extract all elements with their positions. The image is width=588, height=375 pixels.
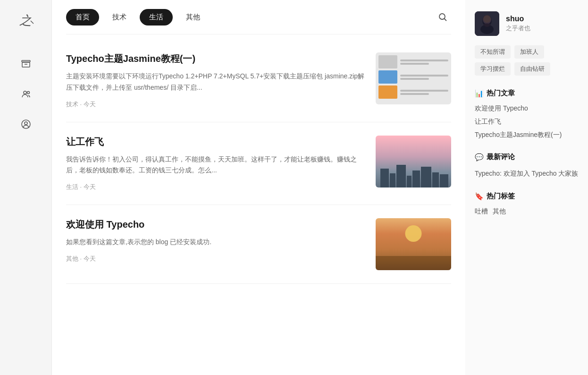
svg-text:之: 之 bbox=[19, 14, 32, 27]
main-content: 首页 技术 生活 其他 Typecho主题Jasmine教程(一) 主题安装环境… bbox=[52, 0, 465, 375]
post-item: Typecho主题Jasmine教程(一) 主题安装环境需要以下环境运行Type… bbox=[66, 39, 451, 122]
left-sidebar: 之 bbox=[0, 0, 52, 375]
hot-tags-section: 🔖 热门标签 吐槽 其他 bbox=[475, 192, 579, 216]
avatar bbox=[475, 11, 499, 36]
post-excerpt: 如果您看到这篇文章,表示您的 blog 已经安装成功. bbox=[66, 237, 366, 248]
nav-item-tech[interactable]: 技术 bbox=[103, 9, 136, 26]
svg-line-10 bbox=[445, 19, 447, 21]
top-nav: 首页 技术 生活 其他 bbox=[66, 0, 451, 34]
archive-icon[interactable] bbox=[17, 55, 34, 72]
hot-tag-list: 吐槽 其他 bbox=[475, 207, 579, 216]
post-content: Typecho主题Jasmine教程(一) 主题安装环境需要以下环境运行Type… bbox=[66, 52, 366, 109]
svg-point-5 bbox=[24, 91, 26, 94]
post-content: 让工作飞 我告诉告诉你！初入公司，得认真工作，不能摸鱼，天天加班。这样干了，才能… bbox=[66, 136, 366, 192]
post-item: 让工作飞 我告诉告诉你！初入公司，得认真工作，不能摸鱼，天天加班。这样干了，才能… bbox=[66, 122, 451, 205]
nav-item-life[interactable]: 生活 bbox=[140, 9, 173, 26]
post-excerpt: 主题安装环境需要以下环境运行Typecho 1.2+PHP 7.2+MySQL … bbox=[66, 71, 366, 94]
tag-item[interactable]: 学习摆烂 bbox=[475, 62, 511, 76]
search-button[interactable] bbox=[434, 9, 451, 26]
profile-section: shuo 之乎者也 bbox=[475, 11, 579, 36]
nav-item-other[interactable]: 其他 bbox=[176, 9, 210, 26]
site-logo[interactable]: 之 bbox=[17, 11, 34, 32]
latest-comments-section: 💬 最新评论 Typecho: 欢迎加入 Typecho 大家族 bbox=[475, 153, 579, 179]
post-item: 欢迎使用 Typecho 如果您看到这篇文章,表示您的 blog 已经安装成功.… bbox=[66, 205, 451, 284]
svg-point-8 bbox=[25, 122, 27, 125]
tag-item[interactable]: 自由钻研 bbox=[514, 62, 550, 76]
latest-comments-icon: 💬 bbox=[475, 153, 484, 162]
sidebar-icon-list bbox=[17, 55, 34, 133]
post-content: 欢迎使用 Typecho 如果您看到这篇文章,表示您的 blog 已经安装成功.… bbox=[66, 218, 366, 263]
latest-comments-title: 💬 最新评论 bbox=[475, 153, 579, 162]
right-sidebar: shuo 之乎者也 不知所谓 加班人 学习摆烂 自由钻研 📊 热门文章 欢迎使用… bbox=[465, 0, 588, 375]
profile-info: shuo 之乎者也 bbox=[506, 15, 530, 33]
tag-item[interactable]: 加班人 bbox=[514, 45, 544, 59]
user-tags-section: 不知所谓 加班人 学习摆烂 自由钻研 bbox=[475, 45, 579, 76]
post-title[interactable]: 欢迎使用 Typecho bbox=[66, 218, 366, 231]
post-meta: 其他 · 今天 bbox=[66, 255, 366, 263]
hot-articles-section: 📊 热门文章 欢迎使用 Typecho 让工作飞 Typecho主题Jasmin… bbox=[475, 89, 579, 139]
profile-name: shuo bbox=[506, 15, 530, 23]
post-meta: 生活 · 今天 bbox=[66, 183, 366, 191]
post-meta: 技术 · 今天 bbox=[66, 100, 366, 109]
comment-text: Typecho: 欢迎加入 Typecho 大家族 bbox=[475, 168, 579, 179]
profile-subtitle: 之乎者也 bbox=[506, 24, 530, 33]
hot-article-link[interactable]: 欢迎使用 Typecho bbox=[475, 104, 579, 113]
hot-article-link[interactable]: 让工作飞 bbox=[475, 118, 579, 126]
hot-articles-icon: 📊 bbox=[475, 89, 484, 98]
hot-tag-item[interactable]: 吐槽 bbox=[475, 207, 488, 216]
svg-rect-3 bbox=[22, 62, 30, 67]
post-thumbnail[interactable] bbox=[376, 52, 451, 104]
hot-tags-title: 🔖 热门标签 bbox=[475, 192, 579, 201]
hot-articles-title: 📊 热门文章 bbox=[475, 89, 579, 98]
svg-point-6 bbox=[27, 92, 29, 94]
svg-rect-2 bbox=[22, 60, 30, 62]
tag-item[interactable]: 不知所谓 bbox=[475, 45, 511, 59]
account-icon[interactable] bbox=[17, 116, 34, 133]
post-thumbnail[interactable] bbox=[376, 218, 451, 270]
hot-tag-item[interactable]: 其他 bbox=[493, 207, 506, 216]
nav-item-home[interactable]: 首页 bbox=[66, 9, 99, 26]
post-title[interactable]: Typecho主题Jasmine教程(一) bbox=[66, 52, 366, 65]
svg-point-15 bbox=[483, 15, 491, 23]
hot-tags-icon: 🔖 bbox=[475, 192, 484, 201]
svg-point-9 bbox=[439, 14, 445, 19]
posts-list: Typecho主题Jasmine教程(一) 主题安装环境需要以下环境运行Type… bbox=[66, 34, 451, 284]
post-excerpt: 我告诉告诉你！初入公司，得认真工作，不能摸鱼，天天加班。这样干了，才能让老板赚钱… bbox=[66, 154, 366, 177]
post-thumbnail[interactable] bbox=[376, 136, 451, 188]
user-group-icon[interactable] bbox=[17, 85, 34, 102]
post-title[interactable]: 让工作飞 bbox=[66, 136, 366, 148]
hot-article-link[interactable]: Typecho主题Jasmine教程(一) bbox=[475, 131, 579, 139]
